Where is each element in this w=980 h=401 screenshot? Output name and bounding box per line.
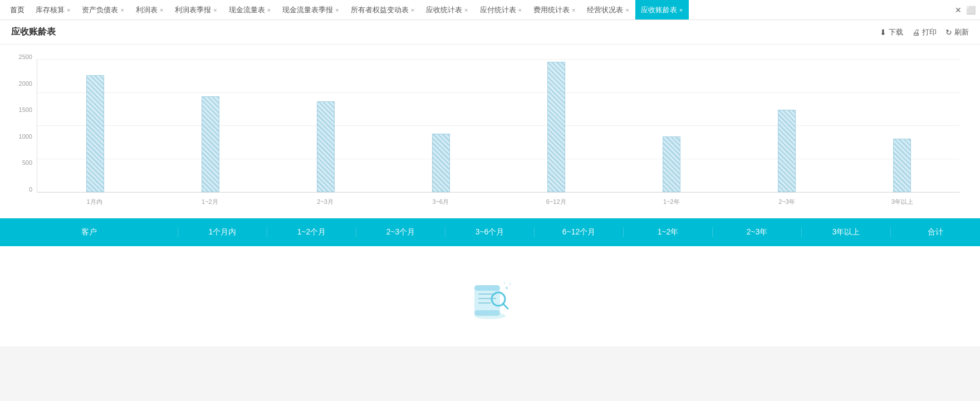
- table-header-cell-6: 1~2年: [624, 227, 713, 237]
- tab-balance[interactable]: 资产负债表 ×: [76, 0, 130, 20]
- tab-close-ar-aging[interactable]: ×: [679, 7, 683, 13]
- x-label-3: 3~6月: [424, 198, 457, 206]
- table-header-cell-9: 合计: [891, 227, 980, 237]
- svg-rect-3: [474, 310, 500, 316]
- tab-ar-stat[interactable]: 应收统计表 ×: [420, 0, 474, 20]
- empty-state: [0, 246, 980, 346]
- empty-icon: [462, 268, 518, 324]
- tab-ar-aging[interactable]: 应收账龄表 ×: [635, 0, 689, 20]
- svg-point-10: [509, 283, 511, 285]
- bar-group-3: [432, 59, 450, 192]
- tab-close-operation[interactable]: ×: [625, 7, 629, 13]
- close-window-button[interactable]: ✕: [955, 6, 962, 14]
- tab-close-profit[interactable]: ×: [160, 7, 163, 13]
- print-button[interactable]: 🖨 打印: [912, 27, 937, 37]
- x-label-2: 2~3月: [308, 198, 342, 206]
- tab-home[interactable]: 首页: [4, 5, 30, 15]
- maximize-window-button[interactable]: ⬜: [966, 6, 976, 14]
- bars-container: [37, 59, 960, 192]
- tab-close-expense[interactable]: ×: [572, 7, 575, 13]
- x-label-4: 6~12月: [540, 198, 573, 206]
- tab-operation[interactable]: 经营状况表 ×: [581, 0, 635, 20]
- tab-inventory[interactable]: 库存核算 ×: [30, 0, 76, 20]
- x-label-1: 1~2月: [193, 198, 227, 206]
- bar-6: [778, 110, 796, 192]
- refresh-icon: ↻: [945, 28, 952, 37]
- bar-0: [86, 75, 104, 192]
- y-label-2000: 2000: [19, 80, 32, 87]
- refresh-button[interactable]: ↻ 刷新: [945, 27, 969, 37]
- tab-close-inventory[interactable]: ×: [67, 7, 70, 13]
- bar-group-7: [893, 59, 911, 192]
- page-header: 应收账龄表 ⬇ 下载 🖨 打印 ↻ 刷新: [0, 20, 980, 45]
- tab-profit[interactable]: 利润表 ×: [130, 0, 169, 20]
- y-label-1000: 1000: [19, 133, 32, 140]
- chart-area: 2500 2000 1500 1000 500 0 1月内1~2月2~3月3~6…: [9, 53, 971, 209]
- svg-point-9: [506, 287, 508, 289]
- tab-close-cashflow[interactable]: ×: [267, 7, 271, 13]
- bar-4: [547, 62, 565, 192]
- table-header-cell-1: 1个月内: [178, 227, 267, 237]
- page-actions: ⬇ 下载 🖨 打印 ↻ 刷新: [880, 27, 969, 37]
- download-button[interactable]: ⬇ 下载: [880, 27, 903, 37]
- tab-close-cashflow-quarter[interactable]: ×: [335, 7, 339, 13]
- table-header-cell-7: 2~3年: [713, 227, 802, 237]
- y-axis: 2500 2000 1500 1000 500 0: [9, 53, 37, 193]
- x-label-6: 2~3年: [770, 198, 803, 206]
- svg-line-8: [503, 304, 508, 309]
- table-header-cell-8: 3年以上: [802, 227, 891, 237]
- tab-bar: 首页 库存核算 × 资产负债表 × 利润表 × 利润表季报 × 现金流量表 × …: [0, 0, 980, 20]
- table-header-cell-5: 6~12个月: [535, 227, 624, 237]
- y-label-500: 500: [22, 159, 32, 166]
- download-icon: ⬇: [880, 28, 886, 37]
- tab-close-equity[interactable]: ×: [411, 7, 414, 13]
- table-header-cell-0: 客户: [0, 227, 178, 237]
- tab-close-ap-stat[interactable]: ×: [518, 7, 522, 13]
- bar-group-2: [317, 59, 335, 192]
- bar-3: [432, 134, 450, 192]
- tab-expense[interactable]: 费用统计表 ×: [528, 0, 581, 20]
- tab-close-ar-stat[interactable]: ×: [464, 7, 468, 13]
- bar-group-5: [663, 59, 680, 192]
- bar-group-1: [202, 59, 219, 192]
- table-header: 客户1个月内1~2个月2~3个月3~6个月6~12个月1~2年2~3年3年以上合…: [0, 218, 980, 246]
- tab-cashflow[interactable]: 现金流量表 ×: [223, 0, 277, 20]
- tab-ap-stat[interactable]: 应付统计表 ×: [474, 0, 528, 20]
- x-axis: 1月内1~2月2~3月3~6月6~12月1~2年2~3年3年以上: [37, 194, 960, 209]
- svg-point-11: [504, 282, 505, 283]
- x-label-0: 1月内: [78, 198, 111, 206]
- y-label-2500-top: 2500: [19, 53, 32, 60]
- y-label-0: 0: [29, 186, 32, 193]
- bar-7: [893, 139, 911, 192]
- bar-group-4: [547, 59, 565, 192]
- x-label-7: 3年以上: [885, 198, 919, 206]
- table-header-cell-2: 1~2个月: [267, 227, 356, 237]
- tab-profit-quarter[interactable]: 利润表季报 ×: [169, 0, 223, 20]
- bar-2: [317, 101, 335, 192]
- y-label-1500: 1500: [19, 106, 32, 113]
- main-content: 2500 2000 1500 1000 500 0 1月内1~2月2~3月3~6…: [0, 45, 980, 218]
- tab-cashflow-quarter[interactable]: 现金流量表季报 ×: [277, 0, 345, 20]
- bar-group-0: [86, 59, 104, 192]
- svg-rect-2: [474, 285, 500, 291]
- tab-close-profit-quarter[interactable]: ×: [213, 7, 217, 13]
- tab-equity[interactable]: 所有者权益变动表 ×: [345, 0, 420, 20]
- window-actions: ✕ ⬜: [955, 6, 976, 14]
- bar-group-6: [778, 59, 796, 192]
- bar-5: [663, 136, 680, 192]
- print-icon: 🖨: [912, 28, 920, 37]
- tab-close-balance[interactable]: ×: [120, 7, 124, 13]
- x-label-5: 1~2年: [655, 198, 688, 206]
- table-header-cell-4: 3~6个月: [445, 227, 535, 237]
- chart-inner: [37, 59, 960, 193]
- page-title: 应收账龄表: [11, 26, 56, 38]
- table-header-cell-3: 2~3个月: [356, 227, 445, 237]
- bar-1: [202, 96, 219, 192]
